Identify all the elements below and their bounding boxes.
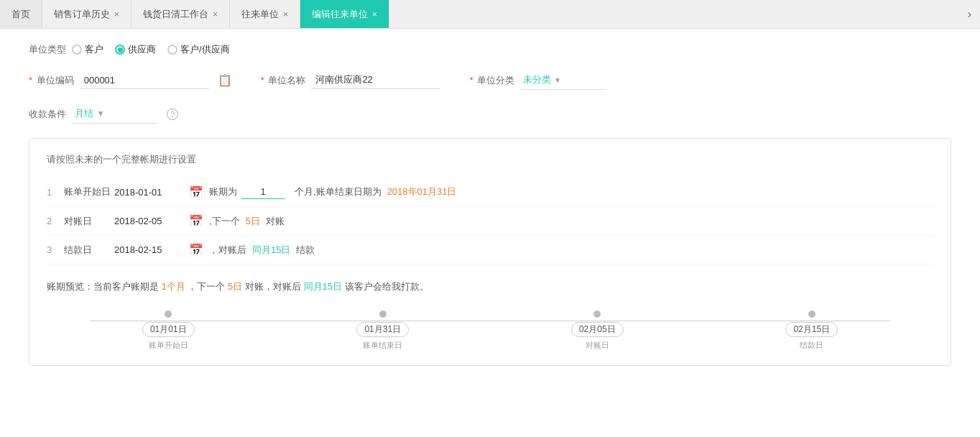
radio-both[interactable]: 客户/供应商: [167, 43, 230, 56]
radio-supplier-circle: [115, 45, 125, 55]
period-desc-suffix-2: 对账: [266, 215, 285, 228]
tab-cash-work-close[interactable]: ×: [213, 9, 218, 19]
timeline-label-4: 结款日: [800, 340, 823, 351]
period-highlight-2: 5日: [246, 215, 260, 228]
period-row-1: 1 账单开始日 2018-01-01 📅 账期为 个月,账单结束日期为 2018…: [47, 178, 933, 207]
required-star-category: *: [469, 75, 473, 86]
unit-name-label: * 单位名称: [261, 74, 306, 87]
required-star-name: *: [261, 75, 264, 86]
timeline-label-2: 账单结束日: [363, 340, 402, 351]
unit-code-input[interactable]: [80, 72, 209, 89]
period-desc-prefix-2: ,下一个: [209, 215, 240, 228]
timeline-badge-2: 01月31日: [356, 322, 409, 337]
preview-1: 1个月: [162, 281, 185, 292]
unit-type-group: 单位类型 客户 供应商 客户/供应商: [29, 43, 230, 56]
timeline-badge-3: 02月05日: [571, 322, 624, 337]
radio-both-circle: [167, 45, 177, 55]
required-star-code: *: [29, 75, 32, 86]
period-row-2: 2 对账日 2018-02-05 📅 ,下一个 5日 对账: [47, 207, 933, 236]
unit-category-arrow-icon: ▼: [554, 76, 561, 84]
period-cal-icon-1[interactable]: 📅: [189, 185, 203, 199]
unit-name-input[interactable]: [311, 72, 440, 89]
period-date-1: 2018-01-01: [114, 187, 186, 198]
tab-home[interactable]: 首页: [0, 0, 42, 28]
timeline-nodes: 01月01日 账单开始日 01月31日 账单结束日 02月05日 对账日 02月…: [61, 310, 919, 351]
unit-code-label: * 单位编码: [29, 74, 74, 87]
preview-suffix: 该客户会给我打款。: [345, 281, 429, 292]
radio-customer-circle: [72, 45, 82, 55]
main-content: 单位类型 客户 供应商 客户/供应商 * 单位编码: [0, 29, 980, 437]
radio-group: 客户 供应商 客户/供应商: [72, 43, 230, 56]
timeline-label-1: 账单开始日: [149, 340, 188, 351]
preview-text: 账期预览：当前客户账期是 1个月 ，下一个 5日 对账，对账后 同月15日 该客…: [47, 272, 933, 293]
unit-info-row: * 单位编码 📋 * 单位名称 * 单位分类 未分类 ▼: [29, 70, 951, 90]
period-date-3: 2018-02-15: [114, 244, 186, 255]
period-desc-prefix-1: 账期为: [209, 185, 237, 198]
radio-supplier[interactable]: 供应商: [115, 43, 156, 56]
period-label-3: 结款日: [64, 244, 114, 257]
tab-home-label: 首页: [11, 8, 30, 21]
period-highlight-3: 同月15日: [252, 244, 290, 257]
unit-code-group: * 单位编码 📋: [29, 72, 232, 89]
timeline-label-3: 对账日: [586, 340, 609, 351]
panel-hint: 请按照未来的一个完整帐期进行设置: [47, 153, 933, 166]
unit-category-dropdown[interactable]: 未分类 ▼: [520, 70, 606, 90]
period-num-1: 1: [47, 187, 64, 198]
preview-mid2: 对账，对账后: [245, 281, 301, 292]
timeline-dot-1: [165, 310, 172, 318]
unit-name-group: * 单位名称: [261, 72, 441, 89]
tab-partners[interactable]: 往来单位 ×: [230, 0, 300, 28]
timeline-node-3: 02月05日 对账日: [490, 310, 705, 351]
tab-edit-partner-close[interactable]: ×: [372, 9, 377, 19]
payment-group: 收款条件 月结 ▼ ?: [29, 104, 178, 124]
period-num-3: 3: [47, 244, 64, 255]
radio-customer[interactable]: 客户: [72, 43, 103, 56]
period-cal-icon-3[interactable]: 📅: [189, 243, 203, 257]
period-label-2: 对账日: [64, 215, 114, 228]
payment-dropdown[interactable]: 月结 ▼: [72, 104, 158, 124]
tab-cash-work[interactable]: 钱货日清工作台 ×: [131, 0, 230, 28]
tab-sales-history[interactable]: 销售订单历史 ×: [42, 0, 131, 28]
preview-2: 5日: [228, 281, 242, 292]
period-label-1: 账单开始日: [64, 185, 114, 198]
timeline-node-1: 01月01日 账单开始日: [61, 310, 276, 351]
unit-type-row: 单位类型 客户 供应商 客户/供应商: [29, 43, 951, 56]
unit-code-copy-icon[interactable]: 📋: [218, 73, 232, 87]
preview-3: 同月15日: [304, 281, 342, 292]
tab-edit-partner-label: 编辑往来单位: [312, 8, 368, 21]
timeline-dot-3: [593, 310, 601, 318]
unit-type-label: 单位类型: [29, 43, 66, 56]
radio-supplier-label: 供应商: [128, 43, 156, 56]
unit-category-label: * 单位分类: [469, 74, 514, 87]
period-panel: 请按照未来的一个完整帐期进行设置 1 账单开始日 2018-01-01 📅 账期…: [29, 138, 951, 366]
timeline-dot-2: [379, 310, 387, 318]
tab-edit-partner[interactable]: 编辑往来单位 ×: [300, 0, 389, 28]
timeline-node-4: 02月15日 结款日: [705, 310, 920, 351]
tab-more-button[interactable]: ›: [959, 0, 980, 28]
period-input-1[interactable]: [241, 185, 285, 199]
timeline-container: 01月01日 账单开始日 01月31日 账单结束日 02月05日 对账日 02月…: [47, 310, 933, 351]
payment-label: 收款条件: [29, 108, 66, 121]
unit-category-value: 未分类: [523, 73, 551, 86]
payment-help-icon[interactable]: ?: [167, 109, 178, 120]
period-cal-icon-2[interactable]: 📅: [189, 214, 203, 228]
period-date-2: 2018-02-05: [114, 216, 186, 226]
tab-sales-history-close[interactable]: ×: [114, 9, 119, 19]
tab-bar: 首页 销售订单历史 × 钱货日清工作台 × 往来单位 × 编辑往来单位 × ›: [0, 0, 980, 29]
payment-arrow-icon: ▼: [96, 109, 105, 119]
tab-cash-work-label: 钱货日清工作台: [143, 8, 208, 21]
radio-customer-label: 客户: [85, 43, 103, 56]
unit-category-group: * 单位分类 未分类 ▼: [469, 70, 606, 90]
period-desc-prefix-3: ，对账后: [209, 244, 246, 257]
tab-partners-close[interactable]: ×: [283, 9, 288, 19]
timeline-node-2: 01月31日 账单结束日: [276, 310, 491, 351]
period-desc-suffix-1: 个月,账单结束日期为: [295, 185, 382, 198]
period-desc-suffix-3: 结款: [296, 244, 315, 257]
radio-both-label: 客户/供应商: [180, 43, 230, 56]
tab-partners-label: 往来单位: [241, 8, 279, 21]
tab-sales-history-label: 销售订单历史: [54, 8, 110, 21]
payment-value: 月结: [75, 107, 93, 120]
timeline-dot-4: [808, 310, 815, 318]
preview-mid1: ，下一个: [188, 281, 225, 292]
timeline-badge-4: 02月15日: [785, 322, 838, 337]
